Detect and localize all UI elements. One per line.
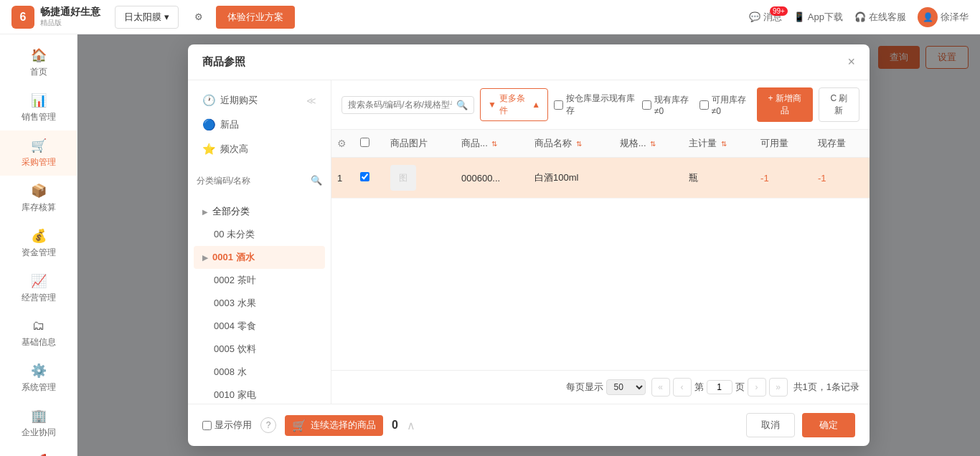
- messages-button[interactable]: 💬 消息 99+: [749, 11, 782, 24]
- cat-all-label: 全部分类: [212, 205, 250, 218]
- cart-icon: 🛒: [292, 419, 306, 432]
- checkbox-available-nonzero-label: 可用库存≠0: [712, 94, 751, 116]
- left-tab-recent[interactable]: 🕐 近期购买 ≪: [194, 89, 325, 112]
- column-settings-icon[interactable]: ⚙: [337, 138, 347, 149]
- sidebar-item-finance[interactable]: 💰 资金管理: [0, 221, 77, 266]
- page-number-input[interactable]: [707, 380, 732, 394]
- page-navigation: « ‹ 第 页 › »: [651, 378, 788, 396]
- checkbox-by-warehouse[interactable]: 按仓库显示现有库存: [554, 92, 636, 117]
- col-name[interactable]: 商品名称 ⇅: [529, 130, 614, 158]
- sidebar-item-purchase[interactable]: 🛒 采购管理: [0, 130, 77, 176]
- sort-name-icon: ⇅: [576, 140, 582, 148]
- col-spec[interactable]: 规格... ⇅: [614, 130, 684, 158]
- trial-button[interactable]: 体验行业方案: [216, 6, 295, 29]
- next-page-button[interactable]: ›: [748, 378, 766, 396]
- last-page-button[interactable]: »: [769, 378, 788, 396]
- page-prefix: 第: [694, 381, 704, 394]
- inventory-icon: 📦: [31, 183, 47, 199]
- system-icon: ⚙️: [31, 363, 47, 379]
- sidebar-label-operations: 经营管理: [22, 292, 56, 304]
- enterprise-icon: 🏢: [31, 408, 47, 424]
- col-unit[interactable]: 主计量 ⇅: [683, 130, 755, 158]
- message-icon: 💬: [749, 11, 760, 22]
- app-download-button[interactable]: 📱 App下载: [793, 11, 843, 24]
- cat-arrow-0001: ▶: [202, 254, 208, 262]
- prev-page-button[interactable]: ‹: [673, 378, 692, 396]
- settings-icon[interactable]: ⚙: [187, 6, 210, 29]
- first-page-button[interactable]: «: [651, 378, 670, 396]
- cat-0005[interactable]: 0005 饮料: [194, 338, 325, 361]
- row-stock: -1: [812, 158, 870, 199]
- confirm-button[interactable]: 确定: [802, 413, 855, 437]
- category-search-input[interactable]: [197, 176, 306, 186]
- col-available: 可用量: [755, 130, 812, 158]
- cart-count: 0: [392, 419, 398, 432]
- cancel-button[interactable]: 取消: [746, 413, 795, 437]
- filter-more-button[interactable]: ▼ 更多条件 ▲: [480, 88, 548, 121]
- cat-0010[interactable]: 0010 家电: [194, 384, 325, 404]
- per-page-label: 每页显示: [566, 381, 603, 394]
- product-search-icon[interactable]: 🔍: [456, 100, 468, 110]
- cat-all[interactable]: ▶ 全部分类: [194, 200, 325, 223]
- category-search-icon[interactable]: 🔍: [311, 175, 322, 186]
- modal-close-button[interactable]: ×: [847, 54, 855, 70]
- table-header-row: ⚙ 商品图片 商品... ⇅: [331, 130, 870, 158]
- user-profile[interactable]: 👤 徐泽华: [918, 7, 969, 27]
- cat-00[interactable]: 00 未分类: [194, 223, 325, 246]
- col-image: 商品图片: [385, 130, 456, 158]
- sidebar-label-purchase: 采购管理: [22, 156, 56, 168]
- sort-code-icon: ⇅: [491, 140, 497, 148]
- row-spec: [614, 158, 684, 199]
- help-button[interactable]: ?: [260, 417, 276, 433]
- sales-icon: 📊: [31, 92, 47, 108]
- collapse-left-icon[interactable]: ≪: [306, 95, 316, 106]
- checkbox-available-nonzero-input[interactable]: [699, 100, 709, 110]
- cat-0002[interactable]: 0002 茶叶: [194, 269, 325, 292]
- product-search-input[interactable]: [348, 100, 452, 110]
- sidebar-item-sales[interactable]: 📊 销售管理: [0, 85, 77, 130]
- checkbox-stock-nonzero-input[interactable]: [642, 100, 651, 110]
- sidebar-item-enterprise[interactable]: 🏢 企业协同: [0, 401, 77, 446]
- customer-service-button[interactable]: 🎧 在线客服: [854, 11, 906, 24]
- col-code[interactable]: 商品... ⇅: [456, 130, 529, 158]
- store-selector[interactable]: 日太阳膜 ▾: [115, 6, 179, 29]
- col-name-label: 商品名称: [534, 138, 572, 148]
- refresh-button[interactable]: C 刷新: [819, 87, 859, 122]
- checkbox-available-nonzero[interactable]: 可用库存≠0: [699, 94, 751, 116]
- show-disabled-input[interactable]: [202, 421, 212, 430]
- checkbox-stock-nonzero[interactable]: 现有库存≠0: [642, 94, 694, 116]
- cat-0001[interactable]: ▶ 0001 酒水: [194, 246, 325, 269]
- show-disabled-checkbox[interactable]: 显示停用: [202, 419, 252, 432]
- left-tab-frequent[interactable]: ⭐ 频次高: [194, 138, 325, 161]
- footer-collapse-icon[interactable]: ∧: [407, 419, 415, 432]
- sidebar-item-guide[interactable]: 🚀 新手引导: [0, 446, 77, 456]
- checkbox-by-warehouse-input[interactable]: [554, 100, 563, 110]
- select-all-checkbox[interactable]: [360, 138, 369, 147]
- modal-footer: 显示停用 ? 🛒 连续选择的商品 0 ∧ 取消 确定: [188, 404, 870, 446]
- recent-icon: 🕐: [202, 94, 216, 107]
- per-page-dropdown[interactable]: 50 10 20 100: [606, 379, 646, 395]
- cat-0004[interactable]: 0004 零食: [194, 315, 325, 338]
- sidebar-item-inventory[interactable]: 📦 库存核算: [0, 176, 77, 221]
- total-records-text: 共1页，1条记录: [793, 381, 859, 394]
- new-icon: 🔵: [202, 118, 216, 131]
- user-name: 徐泽华: [941, 11, 969, 24]
- col-code-label: 商品...: [461, 138, 488, 148]
- cat-0003[interactable]: 0003 水果: [194, 292, 325, 315]
- guide-icon: 🚀: [31, 453, 47, 456]
- footer-right: 取消 确定: [746, 413, 855, 437]
- sidebar-item-basic[interactable]: 🗂 基础信息: [0, 311, 77, 356]
- left-tab-new[interactable]: 🔵 新品: [194, 113, 325, 136]
- sidebar-label-sales: 销售管理: [22, 111, 56, 123]
- cart-label: 连续选择的商品: [311, 419, 376, 432]
- table-row[interactable]: 1 图 000600... 白酒100ml: [331, 158, 870, 199]
- add-product-button[interactable]: + 新增商品: [757, 87, 813, 122]
- product-table: ⚙ 商品图片 商品... ⇅: [331, 130, 870, 199]
- left-tabs: 🕐 近期购买 ≪ 🔵 新品 ⭐ 频次高: [188, 89, 331, 161]
- row-index: 1: [331, 158, 354, 199]
- cat-0008[interactable]: 0008 水: [194, 361, 325, 384]
- sidebar-item-home[interactable]: 🏠 首页: [0, 40, 77, 85]
- sidebar-item-system[interactable]: ⚙️ 系统管理: [0, 356, 77, 401]
- row-checkbox[interactable]: [360, 172, 369, 181]
- sidebar-item-operations[interactable]: 📈 经营管理: [0, 266, 77, 311]
